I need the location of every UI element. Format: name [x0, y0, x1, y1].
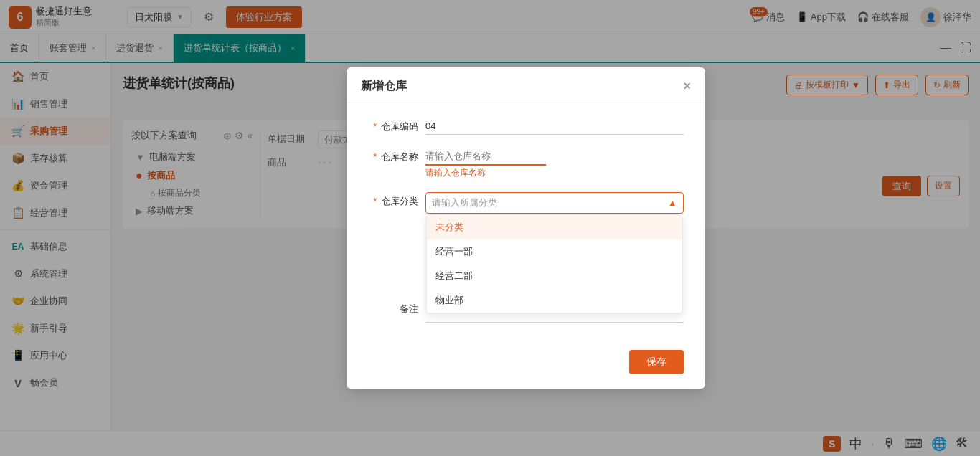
- dropdown-item-1[interactable]: 经营一部: [427, 239, 682, 264]
- name-label: * 仓库名称: [368, 148, 418, 161]
- dropdown-arrow-up-icon: ▲: [667, 197, 677, 209]
- name-error-message: 请输入仓库名称: [425, 167, 684, 179]
- code-label: * 仓库编码: [368, 118, 418, 131]
- dropdown-item-0[interactable]: 未分类: [427, 215, 682, 239]
- category-row: * 仓库分类 请输入所属分类 ▲ 未分类 经营一部 经营二部 物业部: [368, 192, 684, 214]
- new-warehouse-modal: 新增仓库 × * 仓库编码 * 仓库名称 请输入仓库名称 *: [347, 67, 705, 389]
- save-button[interactable]: 保存: [629, 350, 684, 374]
- remark-label: 备注: [368, 300, 418, 313]
- dropdown-list: 未分类 经营一部 经营二部 物业部: [426, 214, 683, 313]
- dropdown-item-2[interactable]: 经营二部: [427, 264, 682, 288]
- category-placeholder: 请输入所属分类: [432, 196, 497, 209]
- category-dropdown[interactable]: 请输入所属分类 ▲ 未分类 经营一部 经营二部 物业部: [425, 192, 684, 214]
- dropdown-item-3[interactable]: 物业部: [427, 288, 682, 313]
- code-row: * 仓库编码: [368, 118, 684, 135]
- modal-footer: 保存: [347, 350, 705, 374]
- name-row: * 仓库名称 请输入仓库名称: [368, 148, 684, 179]
- modal-close-icon[interactable]: ×: [683, 79, 691, 94]
- name-input[interactable]: [425, 148, 546, 166]
- code-input[interactable]: [425, 118, 684, 135]
- required-star-category: *: [373, 196, 377, 206]
- modal-title: 新增仓库: [361, 79, 407, 94]
- modal-body: * 仓库编码 * 仓库名称 请输入仓库名称 * 仓库分类 请输入所属分类: [347, 103, 705, 350]
- name-input-wrap: 请输入仓库名称: [425, 148, 684, 179]
- category-label: * 仓库分类: [368, 192, 418, 206]
- required-star-name: *: [373, 151, 377, 162]
- modal-header: 新增仓库 ×: [347, 67, 705, 103]
- required-star-code: *: [373, 121, 377, 132]
